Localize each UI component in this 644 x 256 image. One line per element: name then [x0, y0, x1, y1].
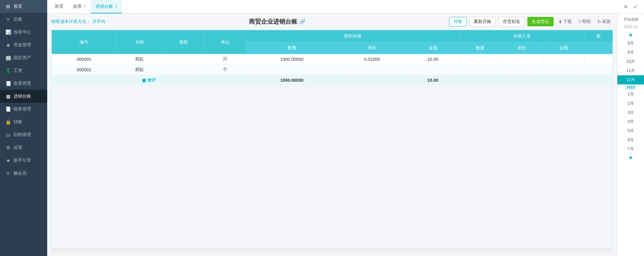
finance-icon: ◈ [5, 42, 11, 48]
tab-home[interactable]: 首页 [50, 0, 68, 14]
cell-opening-price [338, 65, 406, 75]
col-header-extra: 数 [585, 30, 613, 42]
month-12[interactable]: 12月 [617, 75, 644, 84]
title-info-icon[interactable]: 🔗 [299, 19, 305, 24]
sidebar-item-closing[interactable]: 🔒 结账 [0, 116, 47, 128]
refresh-icon: ↻ [597, 19, 601, 24]
close-invoice-tab[interactable]: × [84, 4, 86, 9]
reopen-button[interactable]: 重新开账 [469, 17, 496, 26]
sidebar-item-ledger[interactable]: ≡ 总账 [0, 13, 47, 26]
month-6[interactable]: 6月 [617, 135, 644, 145]
sidebar-item-archive[interactable]: 🗂 归档管理 [0, 128, 47, 141]
inventory-table: 编号 名称 规格 单位 期初余额 本期入库 数 数量 单价 金额 数 [52, 30, 613, 85]
sidebar-item-label: 首页 [13, 3, 22, 9]
refresh-button[interactable]: ↻ 刷新 [595, 17, 613, 26]
sidebar-item-home[interactable]: ⊞ 首页 [0, 0, 47, 13]
month-9[interactable]: 9月 [617, 48, 644, 57]
cell-spec [163, 65, 204, 75]
cell-code: 000002 [52, 65, 117, 75]
main-area: 首页 发票 × 进销台账 × ✕ ⤢ 销售成本计算方法： 月平均 商贸 [47, 0, 644, 256]
help-button[interactable]: ? 帮助 [577, 17, 593, 26]
total-inbound-price [501, 75, 543, 85]
table-row[interactable]: 000002 前缸 个 [52, 65, 613, 75]
cell-opening-amount [406, 65, 459, 75]
month-4[interactable]: 4月 [617, 117, 644, 126]
total-opening-price [338, 75, 406, 85]
tab-invoice[interactable]: 发票 × [68, 0, 91, 14]
month-1[interactable]: 1月 [617, 90, 644, 99]
col-header-inbound: 本期入库 [459, 30, 585, 42]
total-opening-qty: 1000.00000 [246, 75, 338, 85]
sidebar-item-fixed-assets[interactable]: 🏢 固定资产 [0, 51, 47, 64]
total-opening-amount: 10.00 [406, 75, 459, 85]
cell-spec [163, 54, 204, 65]
sidebar: ⊞ 首页 ≡ 总账 📊 报表中心 ◈ 资金管理 🏢 固定资产 💲 工资 🧾 发票… [0, 0, 47, 256]
generate-voucher-button[interactable]: 生成凭证 [527, 17, 554, 26]
sidebar-item-finance[interactable]: ◈ 资金管理 [0, 39, 47, 51]
month-11[interactable]: 11月 [617, 66, 644, 75]
sidebar-item-invoice-mgmt[interactable]: 🧾 发票管理 [0, 77, 47, 90]
tab-inventory[interactable]: 进销台账 × [91, 0, 122, 14]
download-icon: ⬇ [558, 19, 562, 24]
cell-opening-qty: 1000.00000 [246, 54, 338, 65]
total-extra [585, 75, 613, 85]
cell-inbound-qty [459, 65, 501, 75]
month-2[interactable]: 2月 [617, 99, 644, 108]
month-7[interactable]: 7月 [617, 145, 644, 154]
sidebar-item-label: 进销台账 [13, 93, 31, 99]
month-selector-panel: 月份选择 2022.12 ▲ 8月 9月 10月 11月 12月 2023 1月… [617, 14, 644, 256]
cell-unit: 只 [204, 54, 246, 65]
sidebar-item-member[interactable]: V 畅会员 [0, 167, 47, 180]
download-button[interactable]: ⬇ 下载 [556, 17, 574, 26]
month-panel-title: 月份选择 [623, 16, 638, 23]
payroll-icon: 💲 [5, 68, 11, 73]
guide-icon: ★ [5, 158, 11, 163]
cell-inbound-qty [459, 54, 501, 65]
closing-icon: 🔒 [5, 119, 11, 125]
month-8[interactable]: 8月 [617, 39, 644, 48]
cost-method: 销售成本计算方法： 月平均 [51, 19, 105, 25]
cell-name: 前缸 [116, 54, 163, 65]
month-nav-down[interactable]: ▼ [628, 154, 634, 162]
maximize-window-button[interactable]: ⤢ [632, 3, 639, 10]
month-nav-up[interactable]: ▲ [628, 30, 634, 39]
scroll-bar[interactable] [51, 249, 613, 253]
inventory-icon: ▦ [5, 94, 11, 99]
cell-inbound-amount [543, 54, 585, 65]
close-inventory-tab[interactable]: × [115, 4, 117, 9]
ledger-icon: ≡ [5, 17, 11, 22]
settings-icon: ⚙ [5, 145, 11, 150]
inventory-table-wrapper: 编号 名称 规格 单位 期初余额 本期入库 数 数量 单价 金额 数 [51, 30, 613, 249]
month-3[interactable]: 3月 [617, 108, 644, 117]
col-header-inbound-price: 单价 [501, 42, 543, 54]
month-10[interactable]: 10月 [617, 57, 644, 66]
cell-name: 前缸 [116, 65, 163, 75]
sidebar-item-label: 新手引导 [13, 157, 31, 163]
total-inbound-qty [459, 75, 501, 85]
reconcile-button[interactable]: 对账 [449, 17, 467, 26]
sidebar-item-settings[interactable]: ⚙ 设置 [0, 141, 47, 154]
sidebar-item-tax[interactable]: 📑 税务管理 [0, 103, 47, 116]
col-header-code: 编号 [52, 30, 117, 54]
sidebar-item-guide[interactable]: ★ 新手引导 [0, 154, 47, 167]
table-row[interactable]: 000001 前缸 只 1000.00000 0.01000 10.00 [52, 54, 613, 65]
tab-bar: 首页 发票 × 进销台账 × ✕ ⤢ [47, 0, 644, 14]
sidebar-item-label: 归档管理 [13, 132, 31, 138]
col-header-inbound-amount: 金额 [543, 42, 585, 54]
archive-icon: 🗂 [5, 132, 11, 137]
sidebar-item-label: 总账 [13, 16, 22, 22]
col-header-opening-qty: 数量 [246, 42, 338, 54]
cell-opening-amount: 10.00 [406, 54, 459, 65]
col-header-unit: 单位 [204, 30, 246, 54]
sidebar-item-label: 结账 [13, 119, 22, 125]
save-alias-button[interactable]: 存货别名 [498, 17, 525, 26]
col-header-inbound-qty2 [585, 42, 613, 54]
sidebar-item-inventory[interactable]: ▦ 进销台账 [0, 90, 47, 103]
invoice-icon: 🧾 [5, 81, 11, 86]
sidebar-item-reports[interactable]: 📊 报表中心 [0, 26, 47, 39]
month-5[interactable]: 5月 [617, 126, 644, 135]
close-window-button[interactable]: ✕ [622, 3, 629, 10]
cell-unit: 个 [204, 65, 246, 75]
sidebar-item-payroll[interactable]: 💲 工资 [0, 64, 47, 77]
sidebar-item-label: 发票管理 [13, 80, 31, 86]
